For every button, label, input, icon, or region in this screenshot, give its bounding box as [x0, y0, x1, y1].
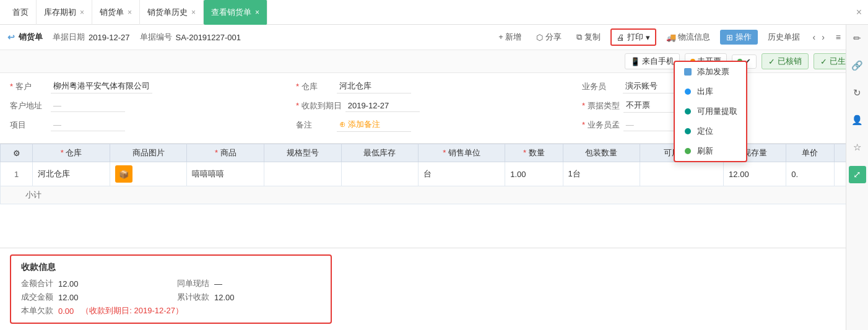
remark-group: 备注 ⊕ 添加备注 — [296, 118, 572, 132]
subtotal-row: 小计 — [1, 186, 868, 204]
cumulative-receipt-label: 累计收款 — [177, 292, 209, 303]
payment-date-value[interactable]: 2019-12-27 — [345, 100, 420, 112]
current-due-label: 本单欠款 — [21, 305, 53, 316]
next-arrow[interactable]: › — [819, 31, 827, 43]
transaction-amount-value: 12.00 — [58, 293, 79, 302]
operate-dropdown: 添加发票 出库 可用量提取 定位 刷新 — [674, 61, 747, 162]
same-order-settle-row: 同单现结 — — [177, 278, 321, 289]
row-quantity: 1.00 — [505, 162, 563, 186]
nav-arrows: ‹ › — [810, 31, 827, 43]
row-pack-qty: 1台 — [563, 162, 640, 186]
sidebar-expand-icon[interactable]: ⤢ — [849, 166, 866, 183]
tab-view-sales-close[interactable]: × — [255, 8, 259, 17]
row-sales-unit: 台 — [419, 162, 505, 186]
customer-addr-value[interactable]: — — [51, 100, 125, 112]
col-warehouse: 仓库 — [33, 144, 110, 162]
row-product-img: 📦 — [110, 162, 187, 186]
col-sales-unit: 销售单位 — [419, 144, 505, 162]
print-icon: 🖨 — [617, 33, 625, 42]
tab-sales-order-close[interactable]: × — [128, 8, 132, 17]
row-current-stock: 12.00 — [724, 162, 786, 186]
col-product: 商品 — [187, 144, 264, 162]
tab-home[interactable]: 首页 — [5, 0, 37, 25]
row-num: 1 — [1, 162, 33, 186]
from-mobile-button[interactable]: 📱 来自手机 — [625, 53, 680, 69]
sidebar-user-icon[interactable]: 👤 — [849, 111, 866, 129]
checked-status-btn[interactable]: ✓ 已核销 — [762, 53, 809, 69]
col-pack-qty: 包装数量 — [563, 144, 640, 162]
list-view-btn[interactable]: ≡ — [832, 31, 844, 43]
cumulative-receipt-row: 累计收款 12.00 — [177, 292, 321, 303]
table-row: 1 河北仓库 📦 嘻嘻嘻嘻 台 1.00 1台 12.00 0. — [1, 162, 868, 186]
right-sidebar: ✏ 🔗 ↻ 👤 ☆ ⤢ — [846, 25, 868, 330]
sidebar-edit-icon[interactable]: ✏ — [849, 30, 866, 47]
col-unit-price: 单价 — [786, 144, 835, 162]
tab-sales-history-close[interactable]: × — [191, 8, 196, 17]
print-dropdown-icon[interactable]: ▾ — [646, 33, 650, 42]
dropdown-add-invoice[interactable]: 添加发票 — [675, 62, 746, 82]
doc-type-icon: ↩ — [7, 32, 15, 42]
doc-date-group: 单据日期 2019-12-27 — [53, 32, 130, 43]
check-icon: ✓ — [768, 57, 775, 66]
dropdown-outbound[interactable]: 出库 — [675, 82, 746, 102]
sidebar-star-icon[interactable]: ☆ — [849, 139, 866, 156]
doc-number-label: 单据编号 — [140, 32, 172, 43]
tab-inventory-init-close[interactable]: × — [80, 8, 84, 17]
logistics-button[interactable]: 🚚 物流信息 — [661, 30, 715, 45]
customer-addr-group: 客户地址 — — [10, 100, 286, 112]
current-due-row: 本单欠款 0.00 （收款到期日: 2019-12-27） — [21, 305, 321, 316]
doc-number-value: SA-20191227-001 — [176, 33, 241, 42]
tab-bar: 首页 库存期初 × 销货单 × 销货单历史 × 查看销货单 × × — [0, 0, 868, 25]
col-min-stock: 最低库存 — [341, 144, 419, 162]
sidebar-link-icon[interactable]: 🔗 — [849, 57, 866, 74]
share-button[interactable]: ⬡ 分享 — [531, 30, 566, 45]
print-button[interactable]: 🖨 打印 ▾ — [610, 28, 656, 46]
add-invoice-icon — [684, 67, 692, 76]
total-amount-label: 金额合计 — [21, 278, 53, 289]
doc-header: ↩ 销货单 单据日期 2019-12-27 单据编号 SA-20191227-0… — [0, 25, 868, 50]
sidebar-rotate-icon[interactable]: ↻ — [849, 84, 866, 102]
current-due-value: 0.00 — [58, 306, 74, 316]
transaction-amount-label: 成交金额 — [21, 292, 53, 303]
customer-group: * 客户 柳州粤港平安气体有限公司 — [10, 79, 286, 93]
doc-title: ↩ 销货单 — [7, 32, 43, 43]
project-group: 项目 — — [10, 119, 286, 131]
row-available — [640, 162, 724, 186]
tab-sales-history[interactable]: 销货单历史 × — [140, 0, 204, 25]
col-quantity: 数量 — [505, 144, 563, 162]
window-close-button[interactable]: × — [856, 7, 862, 18]
logistics-icon: 🚚 — [666, 33, 676, 42]
payment-date-label: * 收款到期日 — [296, 100, 342, 111]
customer-value[interactable]: 柳州粤港平安气体有限公司 — [51, 79, 152, 93]
dropdown-available-fetch[interactable]: 可用量提取 — [675, 102, 746, 121]
cumulative-receipt-value: 12.00 — [214, 293, 235, 302]
tab-view-sales[interactable]: 查看销货单 × — [204, 0, 267, 25]
warehouse-value[interactable]: 河北仓库 — [337, 79, 411, 93]
share-icon: ⬡ — [536, 33, 543, 42]
table-settings-btn[interactable]: ⚙ — [1, 144, 33, 162]
row-min-stock — [341, 162, 419, 186]
prev-arrow[interactable]: ‹ — [810, 31, 818, 43]
dropdown-refresh[interactable]: 刷新 — [675, 141, 746, 161]
row-unit-price: 0. — [786, 162, 835, 186]
payment-date-group: * 收款到期日 2019-12-27 — [296, 100, 572, 112]
operate-icon: ⊞ — [726, 33, 733, 42]
same-order-settle-value: — — [214, 279, 222, 289]
dropdown-locate[interactable]: 定位 — [675, 121, 746, 141]
product-thumbnail: 📦 — [115, 165, 132, 183]
copy-button[interactable]: ⧉ 复制 — [571, 30, 605, 45]
add-remark-btn[interactable]: ⊕ 添加备注 — [337, 118, 411, 132]
tab-sales-order[interactable]: 销货单 × — [92, 0, 140, 25]
operate-button[interactable]: ⊞ 操作 — [720, 30, 758, 45]
history-button[interactable]: 历史单据 — [763, 30, 805, 45]
col-product-img: 商品图片 — [110, 144, 187, 162]
customer-label: * 客户 — [10, 81, 47, 92]
refresh-icon — [684, 147, 692, 155]
available-fetch-icon — [684, 107, 692, 116]
tab-inventory-init[interactable]: 库存期初 × — [37, 0, 92, 25]
row-product: 嘻嘻嘻嘻 — [187, 162, 264, 186]
effective-icon: ✓ — [820, 57, 827, 66]
transaction-amount-row: 成交金额 12.00 — [21, 292, 165, 303]
add-button[interactable]: + 新增 — [493, 30, 526, 45]
project-value[interactable]: — — [51, 119, 125, 131]
